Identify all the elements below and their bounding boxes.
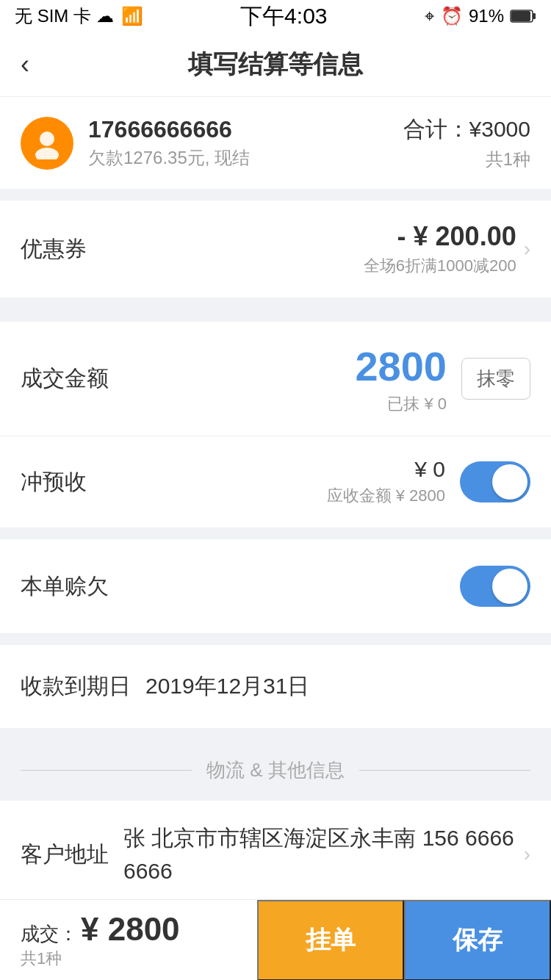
debt-toggle-knob: [492, 569, 527, 604]
amount-section: 成交金额 2800 已抹 ¥ 0 抹零 冲预收 ¥ 0 应收金额 ¥ 2800: [0, 322, 551, 527]
avatar: [21, 117, 73, 170]
due-date-value: 2019年12月31日: [145, 671, 309, 702]
debt-label: 本单赊欠: [21, 572, 460, 602]
coupon-info: - ¥ 200.00 全场6折满1000减200: [364, 221, 516, 277]
user-sub-text: 欠款1276.35元, 现结: [88, 146, 389, 170]
status-left: 无 SIM 卡 ☁ 📶: [15, 4, 143, 28]
prepay-label: 冲预收: [21, 467, 327, 497]
svg-point-3: [40, 131, 54, 146]
address-row[interactable]: 客户地址 张 北京市市辖区海淀区永丰南 156 6666 6666 ›: [0, 801, 551, 908]
section-divider: 物流 & 其他信息: [0, 740, 551, 801]
content-area: 17666666666 欠款1276.35元, 现结 合计：¥3000 共1种 …: [0, 97, 551, 980]
bottom-total-amount: ¥ 2800: [81, 911, 180, 948]
due-date-label: 收款到期日: [21, 671, 131, 702]
status-right: ⌖ ⏰ 91%: [425, 6, 536, 26]
divider-label: 物流 & 其他信息: [206, 757, 345, 783]
divider-line-right: [359, 770, 530, 771]
status-time: 下午4:03: [240, 1, 327, 32]
separator-2: [0, 527, 551, 539]
save-button[interactable]: 保存: [404, 900, 551, 981]
deal-amount-value-area: 2800 已抹 ¥ 0 抹零: [355, 342, 530, 415]
status-bar: 无 SIM 卡 ☁ 📶 下午4:03 ⌖ ⏰ 91%: [0, 0, 551, 32]
nav-bar: ‹ 填写结算等信息: [0, 32, 551, 97]
divider-line-left: [21, 770, 192, 771]
address-label: 客户地址: [21, 840, 109, 870]
deal-amount-info: 2800 已抹 ¥ 0: [355, 342, 447, 415]
user-details: 17666666666 欠款1276.35元, 现结: [88, 116, 389, 170]
deal-amount-row: 成交金额 2800 已抹 ¥ 0 抹零: [0, 322, 551, 436]
hold-button[interactable]: 挂单: [257, 900, 404, 981]
address-chevron-icon: ›: [524, 843, 530, 866]
deal-amount-sub: 已抹 ¥ 0: [355, 393, 447, 415]
prepay-sub: 应收金额 ¥ 2800: [327, 485, 445, 507]
debt-toggle[interactable]: [460, 566, 530, 607]
bottom-summary: 成交： ¥ 2800 共1种: [0, 911, 257, 970]
coupon-discount: - ¥ 200.00: [364, 221, 516, 252]
total-amount: 合计：¥3000: [403, 115, 530, 145]
prepay-row: 冲预收 ¥ 0 应收金额 ¥ 2800: [0, 436, 551, 527]
svg-rect-2: [511, 11, 530, 21]
round-button[interactable]: 抹零: [461, 358, 530, 400]
total-count: 共1种: [403, 148, 530, 171]
coupon-label: 优惠券: [21, 234, 109, 264]
avatar-icon: [31, 127, 63, 159]
coupon-sub: 全场6折满1000减200: [364, 255, 516, 277]
deal-amount-value: 2800: [355, 342, 447, 390]
page-title: 填写结算等信息: [188, 48, 363, 82]
svg-point-4: [35, 148, 59, 159]
back-button[interactable]: ‹: [21, 49, 29, 80]
svg-rect-1: [533, 13, 536, 19]
prepay-amount-area: ¥ 0 应收金额 ¥ 2800: [327, 457, 445, 507]
debt-row: 本单赊欠: [0, 539, 551, 633]
separator-1: [0, 310, 551, 322]
bottom-total-label: 成交：: [21, 921, 78, 947]
address-text: 张 北京市市辖区海淀区永丰南 156 6666 6666: [123, 821, 524, 887]
user-info-row: 17666666666 欠款1276.35元, 现结 合计：¥3000 共1种: [0, 97, 551, 189]
deal-amount-label: 成交金额: [21, 364, 355, 394]
alarm-icon: ⏰: [441, 6, 463, 26]
location-icon: ⌖: [425, 6, 435, 26]
bottom-count: 共1种: [21, 948, 257, 970]
coupon-right: - ¥ 200.00 全场6折满1000减200 ›: [109, 221, 530, 277]
toggle-knob: [492, 464, 527, 500]
chevron-right-icon: ›: [524, 237, 530, 261]
battery-text: 91%: [469, 6, 504, 26]
prepay-amount: ¥ 0: [327, 457, 445, 482]
user-phone: 17666666666: [88, 116, 389, 143]
signal-text: 无 SIM 卡 ☁: [15, 4, 114, 28]
due-date-row: 收款到期日 2019年12月31日: [0, 645, 551, 728]
prepay-toggle[interactable]: [460, 461, 530, 502]
battery-icon: [510, 9, 536, 24]
bottom-summary-line: 成交： ¥ 2800: [21, 911, 257, 948]
coupon-row[interactable]: 优惠券 - ¥ 200.00 全场6折满1000减200 ›: [0, 201, 551, 298]
wifi-icon: 📶: [121, 6, 143, 26]
prepay-right: ¥ 0 应收金额 ¥ 2800: [327, 457, 530, 507]
bottom-bar: 成交： ¥ 2800 共1种 挂单 保存: [0, 899, 551, 980]
user-total: 合计：¥3000 共1种: [403, 115, 530, 171]
